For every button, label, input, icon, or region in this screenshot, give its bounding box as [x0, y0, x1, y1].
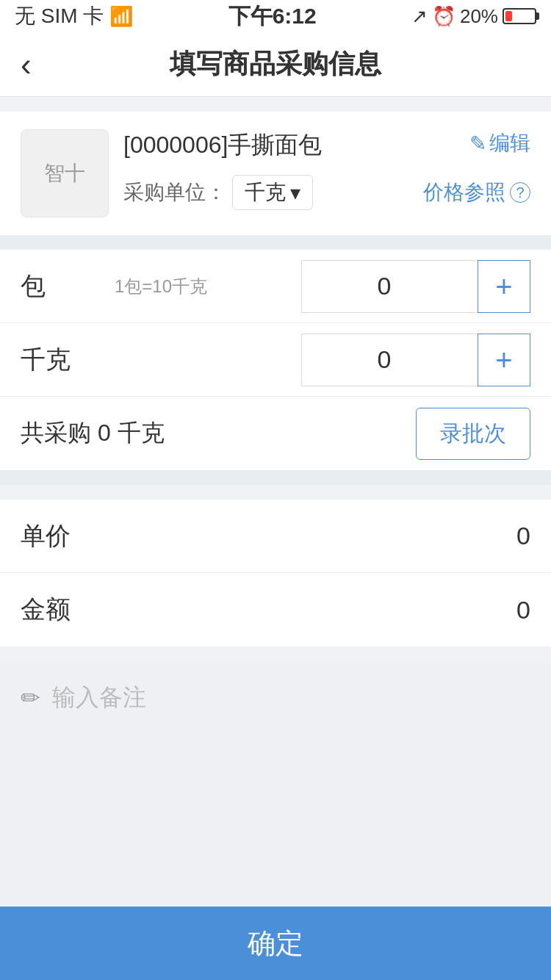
wifi-icon: 📶 [109, 5, 133, 28]
unit-price-value: 0 [516, 522, 530, 550]
status-bar: 无 SIM 卡 📶 下午6:12 ↗ ⏰ 20% [0, 0, 551, 32]
product-name: [0000006]手撕面包 [123, 129, 322, 162]
purchase-unit: 采购单位： 千克 ▾ [123, 175, 313, 210]
page-title: 填写商品采购信息 [170, 46, 381, 82]
total-row: 共采购 0 千克 录批次 [0, 397, 551, 470]
price-reference-button[interactable]: 价格参照 ? [423, 179, 530, 206]
amount-label: 金额 [21, 593, 71, 627]
unit-price-row: 单价 0 [0, 500, 551, 573]
kg-input-row: 千克 + [0, 323, 551, 397]
amount-value: 0 [516, 596, 530, 624]
record-batch-button[interactable]: 录批次 [416, 408, 530, 460]
product-image: 智十 [21, 129, 109, 217]
bag-input-control: + [301, 260, 530, 313]
unit-dropdown[interactable]: 千克 ▾ [232, 175, 313, 210]
section-divider-1 [0, 235, 551, 250]
product-meta: 采购单位： 千克 ▾ 价格参照 ? [123, 175, 530, 210]
pencil-icon: ✏ [21, 684, 40, 712]
status-right: ↗ ⏰ 20% [411, 5, 536, 28]
kg-label: 千克 [21, 343, 109, 377]
bag-input-row: 包 1包=10千克 + [0, 250, 551, 323]
confirm-button[interactable]: 确定 [0, 907, 551, 980]
note-section[interactable]: ✏ 输入备注 [0, 661, 551, 735]
product-card: 智十 [0000006]手撕面包 ✎ 编辑 采购单位： 千克 ▾ [0, 112, 551, 235]
section-divider-2 [0, 470, 551, 485]
dropdown-arrow: ▾ [290, 181, 300, 205]
unit-price-label: 单价 [21, 519, 71, 553]
bag-sub-label: 1包=10千克 [115, 275, 207, 298]
back-button[interactable]: ‹ [21, 48, 32, 81]
nav-bar: ‹ 填写商品采购信息 [0, 32, 551, 97]
note-placeholder: 输入备注 [52, 682, 146, 714]
carrier-text: 无 SIM 卡 [15, 2, 104, 30]
edit-button[interactable]: ✎ 编辑 [469, 129, 530, 157]
price-section: 单价 0 金额 0 [0, 500, 551, 646]
edit-icon: ✎ [469, 131, 486, 156]
info-icon: ? [510, 182, 530, 203]
kg-quantity-input[interactable] [301, 334, 478, 386]
time-display: 下午6:12 [228, 1, 317, 32]
status-left: 无 SIM 卡 📶 [15, 2, 133, 30]
bag-label: 包 [21, 270, 109, 303]
product-header: [0000006]手撕面包 ✎ 编辑 [123, 129, 530, 162]
total-label: 共采购 0 千克 [21, 417, 165, 450]
kg-input-control: + [301, 334, 530, 386]
location-icon: ↗ [411, 5, 428, 28]
product-info: [0000006]手撕面包 ✎ 编辑 采购单位： 千克 ▾ 价格参照 ? [123, 129, 530, 210]
bag-quantity-input[interactable] [301, 260, 478, 313]
alarm-icon: ⏰ [432, 5, 455, 28]
battery-icon [503, 8, 536, 24]
kg-plus-button[interactable]: + [478, 334, 530, 386]
battery-percent: 20% [460, 5, 498, 28]
amount-row: 金额 0 [0, 573, 551, 646]
input-section: 包 1包=10千克 + 千克 + [0, 250, 551, 397]
bag-plus-button[interactable]: + [478, 260, 530, 313]
